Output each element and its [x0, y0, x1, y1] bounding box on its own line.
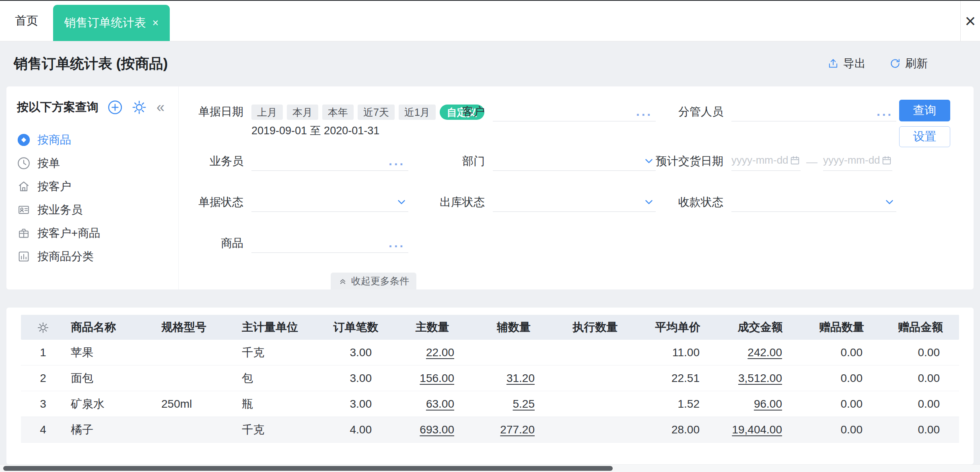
- date-chip[interactable]: 本月: [287, 105, 318, 120]
- date-range-text: 2019-09-01 至 2020-01-31: [251, 123, 379, 138]
- salesman-icon: [17, 203, 31, 217]
- cell-main_qty[interactable]: 693.00: [391, 423, 474, 436]
- export-button[interactable]: 导出: [827, 56, 866, 71]
- cell-aux_qty[interactable]: 31.20: [474, 372, 554, 385]
- cell-main_qty[interactable]: 22.00: [391, 346, 474, 359]
- scheme-header: 按以下方案查询 «: [17, 99, 178, 115]
- app-window: 首页 销售订单统计表 × × 销售订单统计表 (按商品) 导出 刷新: [0, 0, 980, 472]
- sidebar-item-按客户[interactable]: 按客户: [17, 175, 178, 198]
- cell-orders: 3.00: [321, 398, 391, 410]
- cell-name: 面包: [65, 371, 156, 386]
- manager-picker-icon[interactable]: ···: [877, 108, 893, 121]
- cell-unit: 千克: [236, 422, 321, 437]
- payment-status-select[interactable]: [731, 191, 896, 212]
- collapse-more-button[interactable]: 收起更多条件: [331, 273, 416, 289]
- window-close-area: ×: [960, 1, 980, 41]
- cell-gift_amount: 0.00: [882, 346, 959, 359]
- cell-aux_qty[interactable]: 5.25: [474, 398, 554, 410]
- column-header: 主计量单位: [236, 320, 321, 335]
- column-header: 赠品数量: [801, 320, 882, 335]
- date-chip[interactable]: 本年: [322, 105, 354, 120]
- product-icon: [17, 133, 31, 147]
- sidebar-item-按商品[interactable]: 按商品: [17, 128, 178, 152]
- sidebar-item-按单[interactable]: 按单: [17, 152, 178, 175]
- settings-button[interactable]: 设置: [899, 126, 950, 147]
- horizontal-scrollbar[interactable]: [0, 464, 980, 472]
- column-header: 商品名称: [65, 320, 156, 335]
- sidebar-item-按业务员[interactable]: 按业务员: [17, 198, 178, 222]
- cell-unit: 千克: [236, 345, 321, 360]
- column-header: 辅数量: [474, 320, 554, 335]
- scheme-list: 按商品按单按客户按业务员按客户+商品按商品分类: [17, 128, 178, 268]
- add-scheme-icon[interactable]: [107, 100, 123, 115]
- tab-sales-order-report[interactable]: 销售订单统计表 ×: [53, 5, 170, 41]
- tab-home-label: 首页: [15, 13, 38, 29]
- delivery-end-placeholder: yyyy-mm-dd: [823, 154, 880, 166]
- cell-aux_qty[interactable]: 277.20: [474, 423, 554, 436]
- cell-gift_qty: 0.00: [801, 372, 882, 385]
- cell-amount[interactable]: 3,512.00: [719, 372, 801, 385]
- delivery-end-input[interactable]: yyyy-mm-dd: [823, 150, 892, 171]
- cell-unit: 瓶: [236, 396, 321, 412]
- filter-label-payment-status: 收款状态: [641, 195, 723, 209]
- column-header: 规格型号: [156, 320, 236, 335]
- collapse-more-label: 收起更多条件: [351, 275, 409, 287]
- cell-amount[interactable]: 19,404.00: [719, 423, 801, 436]
- cell-main_qty[interactable]: 63.00: [391, 398, 474, 410]
- filter-buttons: 查询 设置: [899, 100, 950, 147]
- doc-status-select[interactable]: [251, 191, 408, 212]
- column-header: 主数量: [391, 320, 474, 335]
- table-settings-button[interactable]: [21, 321, 65, 334]
- sidebar-item-label: 按商品: [37, 132, 71, 148]
- scheme-settings-gear-icon[interactable]: [132, 100, 147, 115]
- customer-input[interactable]: ···: [493, 101, 656, 121]
- sidebar-item-按客户+商品[interactable]: 按客户+商品: [17, 222, 178, 245]
- delivery-start-placeholder: yyyy-mm-dd: [731, 154, 789, 166]
- department-select[interactable]: [493, 150, 656, 171]
- results-table: 商品名称规格型号主计量单位订单笔数主数量辅数量执行数量平均单价成交金额赠品数量赠…: [6, 308, 974, 464]
- calendar-icon: [881, 155, 892, 166]
- salesman-picker-icon[interactable]: ···: [389, 158, 405, 170]
- product-picker-icon[interactable]: ···: [389, 240, 405, 252]
- tab-home[interactable]: 首页: [0, 1, 53, 41]
- export-icon: [827, 57, 839, 70]
- cell-name: 矿泉水: [65, 396, 156, 412]
- date-chip[interactable]: 近7天: [358, 105, 395, 120]
- delivery-start-input[interactable]: yyyy-mm-dd: [731, 150, 801, 171]
- cell-amount[interactable]: 242.00: [719, 346, 801, 359]
- window-close-icon[interactable]: ×: [965, 12, 976, 30]
- filter-panel: 按以下方案查询 « 按商品按单按客户按业务员按客户+商品按商品分类 单据日期 上…: [6, 86, 974, 289]
- filter-label-customer: 客户: [408, 105, 485, 119]
- outbound-status-select[interactable]: [493, 191, 656, 212]
- customer-product-icon: [17, 226, 31, 240]
- filter-label-salesman: 业务员: [179, 154, 243, 168]
- sidebar-item-按商品分类[interactable]: 按商品分类: [17, 245, 178, 268]
- product-input[interactable]: ···: [251, 232, 408, 253]
- sidebar-item-label: 按客户+商品: [37, 226, 100, 241]
- table-row: 2面包包3.00156.0031.2022.513,512.000.000.00: [21, 365, 959, 391]
- query-button[interactable]: 查询: [899, 100, 950, 121]
- sidebar-item-label: 按商品分类: [37, 249, 94, 264]
- cell-index: 3: [21, 398, 65, 410]
- salesman-input[interactable]: ···: [251, 150, 408, 171]
- scrollbar-thumb[interactable]: [3, 466, 613, 471]
- table-row: 4橘子千克4.00693.00277.2028.0019,404.000.000…: [21, 417, 959, 443]
- date-chip[interactable]: 上月: [251, 105, 283, 120]
- cell-orders: 3.00: [321, 346, 391, 359]
- tab-close-icon[interactable]: ×: [152, 18, 159, 29]
- cell-gift_qty: 0.00: [801, 398, 882, 410]
- order-icon: [17, 156, 31, 170]
- refresh-button[interactable]: 刷新: [889, 56, 928, 71]
- cell-main_qty[interactable]: 156.00: [391, 372, 474, 385]
- scheme-title: 按以下方案查询: [17, 99, 99, 115]
- sidebar-item-label: 按客户: [37, 179, 71, 194]
- manager-input[interactable]: ···: [731, 101, 896, 121]
- column-header: 赠品金额: [882, 320, 959, 335]
- collapse-sidebar-icon[interactable]: «: [156, 100, 165, 115]
- sidebar-item-label: 按业务员: [37, 202, 82, 218]
- export-label: 导出: [843, 56, 866, 71]
- delivery-date-range: yyyy-mm-dd — yyyy-mm-dd: [731, 150, 892, 171]
- cell-amount[interactable]: 96.00: [719, 398, 801, 410]
- sidebar-item-label: 按单: [37, 156, 60, 171]
- table-row: 3矿泉水250ml瓶3.0063.005.251.5296.000.000.00: [21, 391, 959, 417]
